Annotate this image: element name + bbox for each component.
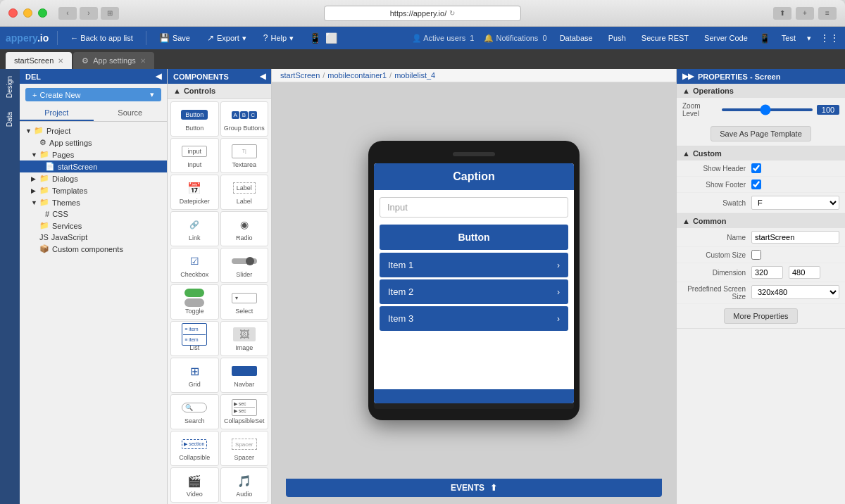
refresh-icon[interactable]: ↻ <box>449 9 455 17</box>
tree-item-app-settings[interactable]: ⚙ App settings <box>20 137 167 149</box>
comp-button[interactable]: Button Button <box>170 101 219 137</box>
help-btn[interactable]: ? Help ▾ <box>259 32 298 44</box>
data-label[interactable]: Data <box>0 105 20 134</box>
predefined-size-select[interactable]: 320x480 <box>751 285 839 299</box>
zoom-slider[interactable] <box>722 108 813 111</box>
phone-list-item-1[interactable]: Item 1 › <box>380 253 568 277</box>
panel-collapse-icon[interactable]: ◀ <box>156 72 161 81</box>
save-template-btn[interactable]: Save As Page Template <box>711 126 811 141</box>
comp-slider[interactable]: Slider <box>220 248 269 283</box>
tab-app-settings[interactable]: ⚙ App settings ✕ <box>73 52 154 69</box>
tablet-icon[interactable]: ⬜ <box>325 32 337 44</box>
server-code-btn[interactable]: Server Code <box>700 32 752 44</box>
tree-item-css[interactable]: # CSS <box>20 208 167 220</box>
comp-search[interactable]: 🔍 Search <box>170 394 219 429</box>
phone-list-item-3[interactable]: Item 3 › <box>380 306 568 331</box>
secure-rest-btn[interactable]: Secure REST <box>637 32 693 44</box>
slider-comp-icon <box>229 253 260 270</box>
page-icon: 📄 <box>45 162 55 171</box>
phone-input[interactable]: Input <box>380 197 568 218</box>
sidebar-toggle-btn[interactable]: ≡ <box>818 7 837 20</box>
tree-item-project[interactable]: ▼ 📁 Project <box>20 125 167 137</box>
mobile-icon[interactable]: 📱 <box>309 32 321 44</box>
breadcrumb-start-screen[interactable]: startScreen <box>280 71 320 80</box>
new-tab-btn[interactable]: + <box>796 7 814 20</box>
comp-group-buttons[interactable]: ABC Group Buttons <box>220 101 269 137</box>
tab-source[interactable]: Source <box>94 106 168 121</box>
push-btn[interactable]: Push <box>604 32 630 44</box>
forward-nav-btn[interactable]: › <box>80 7 98 20</box>
tab-layout-btn[interactable]: ⊞ <box>101 7 119 20</box>
controls-section[interactable]: ▲ Controls <box>168 84 271 99</box>
tree-item-custom-components[interactable]: 📦 Custom components <box>20 243 167 255</box>
spacer-visual: Spacer <box>232 439 257 450</box>
comp-image[interactable]: 🖼 Image <box>220 321 269 356</box>
custom-size-checkbox[interactable] <box>751 250 761 260</box>
more-options-btn[interactable]: ⋮⋮ <box>820 32 839 44</box>
phone-list-item-2[interactable]: Item 2 › <box>380 279 568 304</box>
comp-select[interactable]: ▾ Select <box>220 284 269 320</box>
comp-radio[interactable]: ◉ Radio <box>220 211 269 246</box>
address-bar[interactable]: https://appery.io/ ↻ <box>324 6 521 21</box>
tab-project[interactable]: Project <box>20 106 94 121</box>
swatch-select[interactable]: F <box>751 196 839 210</box>
name-input[interactable] <box>751 231 839 244</box>
tree-item-services[interactable]: 📁 Services <box>20 220 167 232</box>
comp-navbar[interactable]: Navbar <box>220 358 269 393</box>
common-header[interactable]: ▲ Common <box>677 214 845 228</box>
comp-link[interactable]: 🔗 Link <box>170 211 219 246</box>
tree-item-templates[interactable]: ▶ 📁 Templates <box>20 184 167 196</box>
test-btn[interactable]: Test <box>777 32 800 44</box>
tree-item-start-screen[interactable]: 📄 startScreen <box>20 160 167 172</box>
comp-list[interactable]: ≡ item ≡ item List <box>170 321 219 356</box>
comp-input[interactable]: input Input <box>170 138 219 173</box>
common-section: ▲ Common Name Custom Size Dimension <box>677 214 845 329</box>
breadcrumb-mobilelist[interactable]: mobilelist_4 <box>394 71 435 80</box>
events-bar[interactable]: EVENTS ⬆ <box>286 479 662 497</box>
show-footer-checkbox[interactable] <box>751 179 761 189</box>
tree-item-dialogs[interactable]: ▶ 📁 Dialogs <box>20 172 167 184</box>
tab-start-screen-close[interactable]: ✕ <box>58 57 63 65</box>
phone-frame: Caption Input Button Item 1 › <box>368 141 580 420</box>
phone-speaker <box>453 152 495 156</box>
comp-audio[interactable]: 🎵 Audio <box>220 467 269 503</box>
more-properties-btn[interactable]: More Properties <box>724 308 797 324</box>
database-btn[interactable]: Database <box>556 32 597 44</box>
back-nav-btn[interactable]: ‹ <box>58 7 77 20</box>
show-header-checkbox[interactable] <box>751 163 761 173</box>
minimize-btn[interactable] <box>23 8 32 18</box>
tab-app-settings-close[interactable]: ✕ <box>140 57 146 65</box>
tree-item-pages[interactable]: ▼ 📁 Pages <box>20 149 167 160</box>
components-collapse-icon[interactable]: ◀ <box>260 72 265 81</box>
operations-header[interactable]: ▲ Operations <box>677 84 845 98</box>
dimension-height-input[interactable] <box>789 266 820 279</box>
save-btn[interactable]: 💾 Save <box>155 32 194 44</box>
share-btn[interactable]: ⬆ <box>773 7 791 20</box>
dimension-width-input[interactable] <box>751 266 783 279</box>
design-label[interactable]: Design <box>0 69 20 105</box>
comp-video[interactable]: 🎬 Video <box>170 467 219 503</box>
maximize-btn[interactable] <box>38 8 47 18</box>
breadcrumb-mobilecontainer[interactable]: mobilecontainer1 <box>327 71 387 80</box>
tab-start-screen[interactable]: startScreen ✕ <box>6 52 72 69</box>
close-btn[interactable] <box>8 8 18 18</box>
custom-header[interactable]: ▲ Custom <box>677 146 845 160</box>
comp-grid[interactable]: ⊞ Grid <box>170 358 219 393</box>
create-new-btn[interactable]: + Create New ▾ <box>25 88 161 101</box>
comp-textarea[interactable]: T| Textarea <box>220 138 269 173</box>
side-panel-labels: Design Data <box>0 69 20 504</box>
tree-item-javascript[interactable]: JS JavaScript <box>20 232 167 243</box>
comp-datepicker[interactable]: 📅 Datepicker <box>170 175 219 210</box>
phone-button[interactable]: Button <box>380 225 568 250</box>
comp-spacer[interactable]: Spacer Spacer <box>220 431 269 466</box>
comp-collapsible-set[interactable]: ▶ sec ▶ sec CollapsibleSet <box>220 394 269 429</box>
back-to-list-btn[interactable]: ← Back to app list <box>66 32 137 44</box>
components-grid: Button Button ABC Group Buttons <box>168 99 271 504</box>
comp-collapsible[interactable]: ▶ section Collapsible <box>170 431 219 466</box>
comp-checkbox[interactable]: ☑ Checkbox <box>170 248 219 283</box>
tree-item-themes[interactable]: ▼ 📁 Themes <box>20 196 167 208</box>
comp-label[interactable]: Label Label <box>220 175 269 210</box>
comp-toggle[interactable]: Toggle <box>170 284 219 320</box>
export-btn[interactable]: ↗ Export ▾ <box>203 32 251 44</box>
pages-folder-icon: 📁 <box>39 150 49 159</box>
